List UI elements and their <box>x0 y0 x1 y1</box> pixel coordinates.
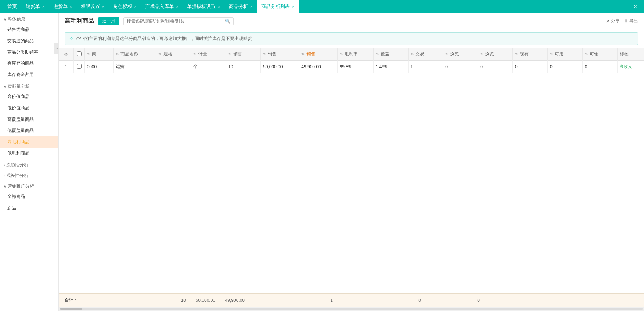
share-button[interactable]: ↗ 分享 <box>606 18 620 24</box>
table-body: 1 0000... 运费 个 10 50,000.00 49,900.00 <box>59 61 644 73</box>
col-unit[interactable]: ⇅ 计量... <box>191 48 226 61</box>
sidebar-item-sales-goods[interactable]: 销售类商品 <box>0 24 58 35</box>
overall-section-arrow: ∨ <box>4 17 6 21</box>
col-checkbox <box>73 48 84 61</box>
row-available-stock: 0 <box>547 61 582 73</box>
sidebar-item-low-margin[interactable]: 低毛利商品 <box>0 148 58 159</box>
col-transactions[interactable]: ⇅ 交易... <box>408 48 443 61</box>
footer-current: 0 <box>394 298 423 303</box>
info-banner: ☆ 企业的主要的利润都是这部分商品创造的，可考虑加大推广，同时关注库存是不要出现… <box>65 32 638 45</box>
col-available-stock[interactable]: ⇅ 可用... <box>547 48 582 61</box>
col-browse2[interactable]: ⇅ 浏览... <box>478 48 513 61</box>
top-nav: 首页 销货单 × 进货单 × 权限设置 × 角色授权 × 产成品入库单 × 单据… <box>0 0 644 13</box>
row-browse2: 0 <box>478 61 513 73</box>
sidebar-item-all-goods[interactable]: 全部商品 <box>0 191 58 202</box>
close-product-inbound-icon[interactable]: × <box>176 5 178 9</box>
nav-product-analysis-list[interactable]: 商品分析列表 × <box>257 0 299 13</box>
col-sales-qty[interactable]: ⇅ 销售... <box>226 48 261 61</box>
col-sales-net[interactable]: ⇅ 销售... <box>299 48 337 61</box>
sidebar-item-low-coverage[interactable]: 低覆盖量商品 <box>0 125 58 136</box>
footer-values: 10 50,000.00 49,900.00 1 0 0 <box>85 298 482 303</box>
select-all-checkbox[interactable] <box>77 51 82 56</box>
sidebar-section-marketing[interactable]: ∨ 营销推广分析 <box>0 180 58 191</box>
sidebar-item-category-sales-rate[interactable]: 商品分类助销率 <box>0 47 58 58</box>
search-input[interactable] <box>127 19 223 24</box>
sidebar-item-traded-goods[interactable]: 交易过的商品 <box>0 35 58 47</box>
nav-sales-order[interactable]: 销货单 × <box>21 0 49 13</box>
settings-icon[interactable]: ⚙ <box>64 52 68 57</box>
col-tag: 标签 <box>617 48 644 61</box>
sidebar-section-contribution[interactable]: ∨ 贡献量分析 <box>0 80 58 91</box>
transactions-link[interactable]: 1 <box>411 64 413 69</box>
col-gross-rate[interactable]: ⇅ 毛利率 <box>337 48 373 61</box>
table-wrapper: ⚙ ⇅ 商... ⇅ 商品名称 <box>59 48 644 293</box>
row-code: 0000... <box>84 61 113 73</box>
sidebar-item-new-goods[interactable]: 新品 <box>0 202 58 214</box>
sidebar-item-stock-capital[interactable]: 库存资金占用 <box>0 69 58 80</box>
col-sales-amount[interactable]: ⇅ 销售... <box>261 48 299 61</box>
row-saleable-stock: 0 <box>582 61 617 73</box>
nav-role-auth[interactable]: 角色授权 × <box>109 0 141 13</box>
data-table: ⚙ ⇅ 商... ⇅ 商品名称 <box>59 48 644 73</box>
scroll-thumb[interactable] <box>60 308 82 310</box>
row-transactions: 1 <box>408 61 443 73</box>
nav-home[interactable]: 首页 <box>3 0 21 13</box>
sidebar: « ∨ 整体信息 销售类商品 交易过的商品 商品分类助销率 有库存的商品 库存资… <box>0 13 59 311</box>
col-gross-rate-sort-icon: ⇅ <box>340 52 343 56</box>
col-sales-net-sort-icon: ⇅ <box>301 52 304 56</box>
footer-transactions: 1 <box>306 298 335 303</box>
close-sales-order-icon[interactable]: × <box>42 5 44 9</box>
info-text: 企业的主要的利润都是这部分商品创造的，可考虑加大推广，同时关注库存是不要出现缺货 <box>76 36 252 42</box>
search-icon[interactable]: 🔍 <box>225 19 230 24</box>
nav-product-inbound[interactable]: 产成品入库单 × <box>141 0 183 13</box>
col-coverage-sort-icon: ⇅ <box>376 52 379 56</box>
window-close-button[interactable]: × <box>630 3 641 10</box>
close-permission-settings-icon[interactable]: × <box>102 5 104 9</box>
sidebar-section-growth[interactable]: › 成长性分析 <box>0 170 58 180</box>
col-settings[interactable]: ⚙ <box>59 48 73 61</box>
sidebar-section-overall[interactable]: ∨ 整体信息 <box>0 13 58 24</box>
nav-product-analysis[interactable]: 商品分析 × <box>224 0 257 13</box>
marketing-section-arrow: ∨ <box>4 184 6 188</box>
horizontal-scrollbar[interactable] <box>59 307 644 311</box>
col-code[interactable]: ⇅ 商... <box>84 48 113 61</box>
col-available-stock-sort-icon: ⇅ <box>550 52 553 56</box>
growth-section-arrow: › <box>4 174 5 178</box>
sidebar-item-high-margin[interactable]: 高毛利商品 <box>0 136 58 148</box>
col-current-stock[interactable]: ⇅ 现有... <box>513 48 548 61</box>
nav-purchase-order[interactable]: 进货单 × <box>49 0 76 13</box>
close-purchase-order-icon[interactable]: × <box>70 5 72 9</box>
time-filter-button[interactable]: 近一月 <box>98 17 119 25</box>
scroll-track <box>60 308 643 310</box>
sidebar-collapse-button[interactable]: « <box>54 43 59 54</box>
export-button[interactable]: ⬇ 导出 <box>624 18 638 24</box>
sidebar-item-high-coverage[interactable]: 高覆盖量商品 <box>0 114 58 125</box>
close-product-analysis-icon[interactable]: × <box>250 5 252 9</box>
row-tag: 高收入 <box>617 61 644 73</box>
close-product-analysis-list-icon[interactable]: × <box>292 5 294 9</box>
export-icon: ⬇ <box>624 19 628 24</box>
sidebar-item-low-value[interactable]: 低价值商品 <box>0 102 58 114</box>
col-coverage[interactable]: ⇅ 覆盖... <box>373 48 408 61</box>
nav-permission-settings[interactable]: 权限设置 × <box>76 0 109 13</box>
row-sales-qty: 10 <box>226 61 261 73</box>
flow-section-arrow: › <box>4 163 5 167</box>
nav-template-settings[interactable]: 单据模板设置 × <box>183 0 224 13</box>
footer-browse2-empty <box>364 298 394 303</box>
col-browse1[interactable]: ⇅ 浏览... <box>443 48 478 61</box>
col-name[interactable]: ⇅ 商品名称 <box>113 48 156 61</box>
close-role-auth-icon[interactable]: × <box>134 5 137 9</box>
sidebar-item-high-value[interactable]: 高价值商品 <box>0 91 58 102</box>
sidebar-section-flow[interactable]: › 流趋性分析 <box>0 159 58 170</box>
sidebar-item-stock-goods[interactable]: 有库存的商品 <box>0 58 58 69</box>
col-browse1-sort-icon: ⇅ <box>445 52 448 56</box>
col-spec[interactable]: ⇅ 规格... <box>156 48 191 61</box>
row-sales-amount: 50,000.00 <box>261 61 299 73</box>
content-area: 高毛利商品 近一月 🔍 ↗ 分享 ⬇ 导出 ☆ 企业的主要的利润都是这部分商品创… <box>59 13 644 311</box>
col-sales-qty-sort-icon: ⇅ <box>228 52 231 56</box>
close-template-settings-icon[interactable]: × <box>218 5 220 9</box>
content-header: 高毛利商品 近一月 🔍 ↗ 分享 ⬇ 导出 <box>59 13 644 29</box>
footer-browse-empty <box>335 298 364 303</box>
col-saleable-stock[interactable]: ⇅ 可销... <box>582 48 617 61</box>
row-select-checkbox[interactable] <box>77 64 82 69</box>
